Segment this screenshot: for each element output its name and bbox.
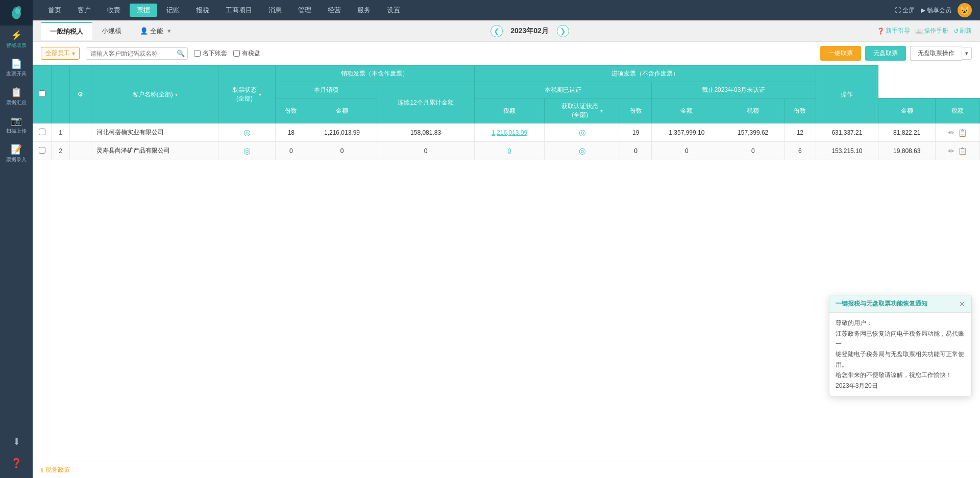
th-sales-tax: 税额: [474, 98, 544, 123]
nav-home[interactable]: 首页: [41, 4, 68, 17]
tax-policy-link[interactable]: 税务政策: [45, 466, 70, 474]
no-disk-operations-dropdown-btn[interactable]: ▾: [962, 47, 972, 60]
sidebar-item-data-entry[interactable]: 📝 票据录入: [0, 140, 33, 168]
tab-small-scale-label: 小规模: [102, 27, 121, 36]
fullscreen-btn[interactable]: ⛶ 全屏: [895, 6, 915, 15]
sidebar-item-scan-upload[interactable]: 📷 扫描上传: [0, 111, 33, 140]
row-settings-cell: [70, 142, 91, 160]
sidebar-item-download[interactable]: ⬇: [0, 432, 33, 451]
table-row: 2 灵寿县尚泽矿产品有限公司 ◎ 0 0 0 0 ◎ 0 0 0 6 153,2…: [33, 142, 980, 160]
search-input[interactable]: [86, 47, 188, 60]
top-nav: 首页 客户 收费 票据 记账 报税 工商项目 消息 管理 经营 服务 设置 ⛶ …: [33, 0, 980, 20]
sidebar-logo[interactable]: [0, 0, 33, 26]
tab-general-taxpayer-label: 一般纳税人: [50, 27, 83, 36]
nav-accounting[interactable]: 记账: [159, 4, 187, 17]
notification-close-btn[interactable]: ✕: [959, 300, 965, 308]
row-cert-status: ◎: [545, 142, 620, 160]
checkbox-account[interactable]: [194, 50, 201, 57]
sidebar-item-invoice-summary[interactable]: 📋 票据汇总: [0, 83, 33, 111]
sidebar-item-smart-fetch[interactable]: ⚡ 智能取票: [0, 26, 33, 54]
th-checkbox: [33, 66, 52, 123]
nav-settings[interactable]: 设置: [380, 4, 407, 17]
refresh-icon: ↺: [953, 28, 959, 35]
nav-invoice[interactable]: 票据: [130, 4, 157, 17]
nav-message[interactable]: 消息: [261, 4, 289, 17]
row-purchase-uncertified-count: 12: [784, 123, 816, 142]
new-user-guide-btn[interactable]: ❓ 新手引导: [877, 27, 910, 35]
settings-icon[interactable]: ⚙: [78, 91, 83, 98]
view-icon[interactable]: 📋: [958, 129, 967, 137]
row-purchase-certified-tax: 157,399.62: [722, 123, 784, 142]
no-disk-fetch-btn[interactable]: 无盘取票: [865, 46, 906, 61]
th-settings: ⚙: [70, 66, 91, 123]
nav-billing[interactable]: 收费: [100, 4, 128, 17]
one-click-fetch-btn[interactable]: 一键取票: [820, 46, 861, 61]
tab-all[interactable]: 👤 全能 ▾: [131, 20, 182, 43]
th-until-2023-03: 截止2023年03月未认证: [652, 82, 816, 98]
consecutive-12-link[interactable]: 0: [508, 147, 511, 155]
book-icon: 📖: [915, 28, 923, 35]
sidebar-item-label: 票据汇总: [6, 99, 27, 106]
sidebar-item-label: 发票开具: [6, 70, 27, 78]
th-until-2023-03-text: 截止2023年03月未认证: [702, 86, 765, 93]
th-current-period-certified: 本税期已认证: [474, 82, 651, 98]
member-btn[interactable]: ▶ 畅享会员: [921, 6, 951, 15]
th-sales-invoice: 销项发票（不含作废票）: [275, 66, 474, 82]
notification-line: 2023年3月20日: [836, 381, 965, 391]
sidebar-item-label: 票据录入: [6, 156, 27, 163]
th-purchase-certified-amount: 金额: [652, 98, 722, 123]
operation-manual-btn[interactable]: 📖 操作手册: [915, 27, 948, 35]
row-purchase-certified-amount: 0: [652, 142, 722, 160]
filter-bar: 全部员工 ▾ 🔍 名下账套 有税盘 一键取票 无盘取票 无盘取票操作 ▾: [33, 42, 980, 65]
checkbox-account-label[interactable]: 名下账套: [194, 49, 227, 58]
row-customer-name: 灵寿县尚泽矿产品有限公司: [91, 142, 218, 160]
nav-service[interactable]: 服务: [350, 4, 378, 17]
avatar[interactable]: 🐱: [958, 3, 972, 17]
employee-selector[interactable]: 全部员工 ▾: [41, 47, 80, 60]
notification-body: 尊敬的用户：江苏政务网已恢复访问电子税务局功能，易代账一键登陆电子税务局与无盘取…: [829, 313, 971, 396]
th-operation-text: 操作: [841, 91, 853, 98]
tab-general-taxpayer[interactable]: 一般纳税人: [41, 22, 92, 40]
notification-line: 江苏政务网已恢复访问电子税务局功能，易代账一: [836, 329, 965, 349]
row-checkbox[interactable]: [39, 147, 45, 154]
nav-tax[interactable]: 报税: [189, 4, 216, 17]
sidebar-item-invoice-open[interactable]: 📄 发票开具: [0, 54, 33, 83]
tab-small-scale[interactable]: 小规模: [92, 22, 131, 40]
row-consecutive-12: 1,216,013.99: [474, 123, 544, 142]
download-icon: ⬇: [13, 437, 20, 446]
row-num: 2: [52, 142, 70, 160]
sidebar-item-help[interactable]: ❓: [0, 454, 33, 473]
help-icon: ❓: [11, 459, 22, 468]
fetch-status-filter-icon[interactable]: ▾: [259, 92, 261, 97]
entry-icon: 📝: [11, 145, 22, 154]
row-sales-amount: 1,216,013.99: [307, 123, 377, 142]
row-settings-cell: [70, 123, 91, 142]
search-icon-btn[interactable]: 🔍: [177, 49, 185, 57]
nav-business[interactable]: 工商项目: [218, 4, 259, 17]
refresh-btn[interactable]: ↺ 刷新: [953, 27, 972, 35]
view-icon[interactable]: 📋: [958, 147, 967, 155]
consecutive-12-link[interactable]: 1,216,013.99: [492, 129, 527, 136]
nav-customer[interactable]: 客户: [70, 4, 98, 17]
th-num: [52, 66, 70, 123]
checkbox-tax[interactable]: [233, 50, 240, 57]
sidebar-bottom: ⬇ ❓: [0, 432, 33, 478]
customer-filter-icon[interactable]: ▾: [175, 92, 178, 97]
row-checkbox[interactable]: [39, 129, 45, 135]
fetch-status-check-icon: ◎: [243, 146, 251, 155]
nav-operation[interactable]: 经营: [321, 4, 348, 17]
cert-status-filter-icon[interactable]: ▾: [600, 108, 603, 114]
prev-month-btn[interactable]: ❮: [491, 25, 503, 37]
checkbox-tax-label[interactable]: 有税盘: [233, 49, 260, 58]
edit-icon[interactable]: ✏: [948, 147, 954, 155]
cert-status-check-icon: ◎: [579, 146, 586, 155]
nav-manage[interactable]: 管理: [291, 4, 318, 17]
row-purchase-certified-tax: 0: [722, 142, 784, 160]
no-disk-operations-btn[interactable]: 无盘取票操作: [910, 46, 962, 61]
edit-icon[interactable]: ✏: [948, 129, 954, 137]
next-month-btn[interactable]: ❯: [557, 25, 569, 37]
row-purchase-certified-amount: 1,357,999.10: [652, 123, 722, 142]
select-all-checkbox[interactable]: [39, 90, 45, 97]
notification-popup: 一键报税与无盘取票功能恢复通知 ✕ 尊敬的用户：江苏政务网已恢复访问电子税务局功…: [829, 295, 972, 396]
tab-more-icon[interactable]: ▾: [165, 23, 173, 39]
